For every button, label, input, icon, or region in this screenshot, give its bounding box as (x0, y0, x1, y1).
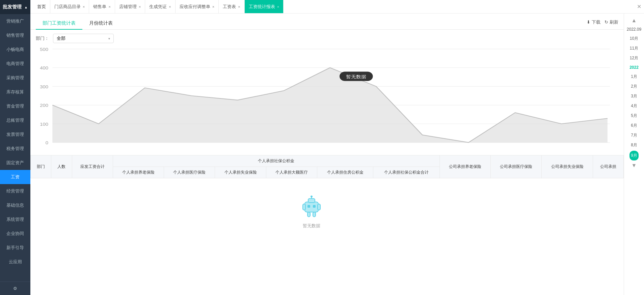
col-company-pension: 公司承担养老保险 (439, 155, 490, 178)
tab-生成凭证[interactable]: 生成凭证× (145, 0, 175, 13)
refresh-icon: ↻ (605, 20, 608, 25)
timeline-item-10月[interactable]: 10月 (627, 34, 641, 43)
col-personal-housing-fund: 个人承担住房公积金 (317, 167, 373, 178)
timeline-item-12月[interactable]: 12月 (627, 53, 641, 63)
col-headcount: 人数 (51, 155, 72, 178)
col-department: 部门 (31, 155, 51, 178)
tab-首页[interactable]: 首页 (33, 0, 50, 13)
timeline-item-6月[interactable]: 6月 (627, 121, 641, 130)
chart-container: 500 400 300 200 100 0 (30, 47, 624, 155)
empty-robot-icon (298, 192, 325, 219)
timeline-item-7月[interactable]: 7月 (627, 130, 641, 140)
tab-close-icon[interactable]: × (277, 5, 279, 9)
svg-text:300: 300 (40, 84, 48, 89)
tab-销售单[interactable]: 销售单× (89, 0, 115, 13)
tab-工资表[interactable]: 工资表× (219, 0, 244, 13)
tab-bar: 首页门店商品目录×销售单×店铺管理×生成凭证×应收应付调整单×工资表×工资统计报… (30, 0, 644, 13)
svg-rect-15 (305, 202, 318, 212)
chevron-down-icon: ▾ (108, 37, 110, 40)
timeline-item-8月[interactable]: 8月 (627, 140, 641, 150)
svg-text:200: 200 (40, 103, 48, 108)
svg-rect-23 (307, 212, 310, 217)
col-personal-medical: 个人承担医疗保险 (164, 167, 215, 178)
download-icon: ⬇ (587, 20, 590, 25)
svg-rect-21 (303, 204, 305, 210)
tab-店铺管理[interactable]: 店铺管理× (115, 0, 145, 13)
svg-text:100: 100 (40, 122, 48, 127)
department-select[interactable]: 全部 ▾ (53, 34, 114, 43)
tab-close-icon[interactable]: × (108, 5, 110, 9)
tab-close-icon[interactable]: × (238, 5, 240, 9)
svg-rect-19 (307, 205, 310, 208)
timeline-item-5月[interactable]: 5月 (627, 111, 641, 121)
refresh-label: 刷新 (610, 19, 618, 25)
sidebar-item-新手引导[interactable]: 新手引导 (0, 241, 30, 255)
tab-close-icon[interactable]: × (83, 5, 85, 9)
timeline-item-9月[interactable]: 9月 (629, 151, 639, 160)
col-company-medical: 公司承担医疗保险 (491, 155, 542, 178)
data-table: 部门 人数 应发工资合计 个人承担社保公积金 公司承担养老保险 公司承担医疗保险… (30, 155, 624, 242)
sidebar-item-云应用[interactable]: 云应用 (0, 255, 30, 269)
timeline-item-2022.09[interactable]: 2022.09 (627, 25, 641, 34)
table-scroll[interactable]: 部门 人数 应发工资合计 个人承担社保公积金 公司承担养老保险 公司承担医疗保险… (30, 155, 624, 295)
download-btn[interactable]: ⬇ 下载 (587, 19, 600, 25)
sidebar-item-工资[interactable]: 工资 (0, 170, 30, 184)
sidebar-item-发票管理[interactable]: 发票管理 (0, 127, 30, 142)
sidebar-item-总账管理[interactable]: 总账管理 (0, 113, 30, 127)
sidebar-item-税务管理[interactable]: 税务管理 (0, 142, 30, 156)
content-area: 部门工资统计表 月份统计表 ⬇ 下载 ↻ 刷新 部门： (30, 13, 644, 295)
timeline-item-2月[interactable]: 2月 (627, 82, 641, 91)
sidebar-item-固定资产[interactable]: 固定资产 (0, 156, 30, 170)
sidebar-item-营销推广[interactable]: 营销推广 (0, 14, 30, 28)
sidebar-item-小畅电商[interactable]: 小畅电商 (0, 42, 30, 57)
refresh-btn[interactable]: ↻ 刷新 (605, 19, 618, 25)
col-company-unemployment: 公司承担失业保险 (542, 155, 593, 178)
sidebar-header[interactable]: 批发管理 ▲ (0, 0, 30, 14)
page-body: 部门工资统计表 月份统计表 ⬇ 下载 ↻ 刷新 部门： (30, 13, 624, 295)
main-area: 首页门店商品目录×销售单×店铺管理×生成凭证×应收应付调整单×工资表×工资统计报… (30, 0, 644, 295)
sidebar-item-采购管理[interactable]: 采购管理 (0, 71, 30, 85)
svg-rect-16 (308, 199, 315, 203)
svg-text:0: 0 (46, 140, 49, 145)
sidebar-item-系统管理[interactable]: 系统管理 (0, 212, 30, 227)
svg-point-18 (311, 196, 313, 198)
sidebar-item-销售管理[interactable]: 销售管理 (0, 28, 30, 42)
sidebar-item-企业协同[interactable]: 企业协同 (0, 227, 30, 241)
col-personal-insurance-total: 个人承担社保公积金合计 (373, 167, 439, 178)
timeline-panel: ▲ 2022.0910月11月12月20221月2月3月4月5月6月7月8月9月… (624, 13, 644, 295)
timeline-item-4月[interactable]: 4月 (627, 101, 641, 111)
sub-tab-monthly[interactable]: 月份统计表 (82, 18, 119, 30)
timeline-item-3月[interactable]: 3月 (627, 91, 641, 101)
col-personal-unemployment: 个人承担失业保险 (215, 167, 266, 178)
timeline-item-1月[interactable]: 1月 (627, 72, 641, 82)
svg-text:400: 400 (40, 65, 48, 70)
timeline-item-11月[interactable]: 11月 (627, 43, 641, 53)
sidebar-settings[interactable]: ⚙ (0, 282, 30, 295)
tab-close-icon[interactable]: × (169, 5, 171, 9)
col-company-other: 公司承担 (593, 155, 623, 178)
tab-bar-close-btn[interactable]: ✕ (637, 3, 641, 10)
svg-text:500: 500 (40, 47, 48, 52)
sidebar-item-基础信息[interactable]: 基础信息 (0, 198, 30, 212)
col-personal-pension: 个人承担养老保险 (113, 167, 164, 178)
sidebar-item-电商管理[interactable]: 电商管理 (0, 57, 30, 71)
timeline-up-arrow[interactable]: ▲ (630, 16, 638, 25)
sidebar-title: 批发管理 (3, 4, 22, 10)
timeline-down-arrow[interactable]: ▼ (630, 161, 638, 170)
sidebar-item-库存核算[interactable]: 库存核算 (0, 85, 30, 99)
sidebar-item-资金管理[interactable]: 资金管理 (0, 99, 30, 113)
empty-row: 暂无数据 (31, 178, 624, 243)
tab-close-icon[interactable]: × (139, 5, 141, 9)
tab-门店商品目录[interactable]: 门店商品目录× (50, 0, 89, 13)
sidebar-item-经营管理[interactable]: 经营管理 (0, 184, 30, 198)
sub-tabs-right: ⬇ 下载 ↻ 刷新 (587, 19, 618, 28)
table-area: 部门 人数 应发工资合计 个人承担社保公积金 公司承担养老保险 公司承担医疗保险… (30, 155, 624, 295)
svg-rect-22 (318, 204, 320, 210)
sub-tab-department[interactable]: 部门工资统计表 (36, 18, 82, 30)
tab-close-icon[interactable]: × (212, 5, 214, 9)
tab-工资统计报表[interactable]: 工资统计报表× (245, 0, 284, 13)
tab-应收应付调整单[interactable]: 应收应付调整单× (176, 0, 219, 13)
timeline-item-2022[interactable]: 2022 (627, 63, 641, 72)
chart-svg: 500 400 300 200 100 0 (36, 47, 618, 155)
svg-text:暂无数据: 暂无数据 (346, 74, 366, 79)
